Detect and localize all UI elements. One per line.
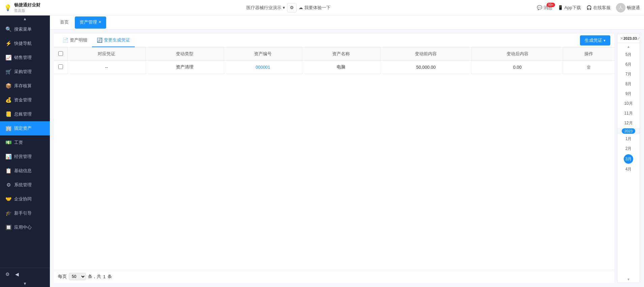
row-after-change-0: 0.00 [472,61,563,74]
sidebar-item-fund[interactable]: 💰 资金管理 [0,93,50,107]
industry-selector[interactable]: 医疗器械行业演示 ▾ [246,5,285,11]
customer-service-btn[interactable]: 🎧 在线客服 [586,5,611,11]
row-asset-code-0: 000001 [224,61,302,74]
sidebar-item-guide[interactable]: 🎓 新手引导 [0,206,50,220]
sidebar-item-ledger[interactable]: 📒 总账管理 [0,107,50,121]
company-name: 畅捷通好业财 [14,2,40,8]
sidebar-label-management: 经营管理 [14,154,32,160]
calendar-month-prev[interactable]: 11月 [617,108,640,118]
sidebar-label-ledger: 总账管理 [14,111,32,117]
row-checkbox-0[interactable] [58,64,63,69]
page-size-select[interactable]: 50 100 200 [69,273,86,280]
tab-asset-management[interactable]: 资产管理 ✕ [75,17,106,29]
main-layout: ▲ 🔍 搜索菜单 ⚡ 快捷导航 📈 销售管理 🛒 采购管理 📦 库存核算 💰 资… [0,15,644,287]
gear-icon: ⚙ [290,5,294,10]
sidebar-item-basic-info[interactable]: 📋 基础信息 [0,164,50,178]
company-name-area: 畅捷通好业财 普及版 [14,2,40,13]
message-icon: 💬 [537,5,542,10]
select-all-checkbox[interactable] [58,51,63,56]
col-asset-code: 资产编号 [224,47,302,61]
change-voucher-icon: 🔄 [97,37,102,43]
sidebar-label-system: 系统管理 [14,182,32,188]
total-unit: 条 [108,274,112,280]
sub-tab-asset-detail[interactable]: 📄 资产明细 [58,34,92,47]
settings-icon-btn[interactable]: ⚙ [287,3,297,12]
calendar-month-prev[interactable]: 8月 [617,79,640,89]
table-row: -- 资产清理 000001 电脑 50,000.00 0.00 🗑 [54,61,614,74]
logo-icon: 💡 [4,4,11,11]
chevron-down-icon: ▾ [283,5,285,10]
calendar-close-btn[interactable]: ✕ [620,36,623,41]
sidebar-item-purchase[interactable]: 🛒 采购管理 [0,65,50,79]
calendar-scroll-up[interactable]: ▲ [617,43,640,50]
calendar-month-current-year[interactable]: 1月 [617,134,640,144]
calendar-month-prev[interactable]: 5月 [617,50,640,60]
sidebar-item-search-menu[interactable]: 🔍 搜索菜单 [0,22,50,36]
sidebar-item-inventory[interactable]: 📦 库存核算 [0,79,50,93]
sidebar-item-app-center[interactable]: 🔲 应用中心 [0,220,50,234]
col-after-change: 变动后内容 [472,47,563,61]
collapse-icon[interactable]: ◀ [15,272,19,277]
calendar-month-prev[interactable]: 6月 [617,60,640,69]
delete-btn-0[interactable]: 🗑 [586,64,591,70]
sidebar-icon-system: ⚙ [5,182,11,188]
row-before-change-0: 50,000.00 [380,61,471,74]
sidebar-label-sales: 销售管理 [14,55,32,61]
calendar-month-prev[interactable]: 7月 [617,69,640,79]
sidebar-item-fixed-assets[interactable]: 🏢 固定资产 [0,121,50,135]
generate-btn-arrow-icon: ▾ [604,38,606,43]
sidebar-item-management[interactable]: 📊 经营管理 [0,150,50,164]
app-download-btn[interactable]: 📱 App下载 [558,5,581,11]
sidebar-scroll-up[interactable]: ▲ [0,15,50,22]
calendar-active-month-inner[interactable]: 3月 [624,154,633,164]
tab-home[interactable]: 首页 [55,17,73,29]
tab-close-icon[interactable]: ✕ [98,20,101,24]
message-btn[interactable]: 💬 消息 99+ [537,5,552,11]
message-badge: 99+ [547,3,555,7]
sidebar-label-fixed-assets: 固定资产 [14,125,32,131]
sidebar-icon-guide: 🎓 [5,210,11,216]
sidebar-item-sales[interactable]: 📈 销售管理 [0,51,50,65]
experience-btn[interactable]: ☁ 我要体验一下 [299,5,331,11]
sidebar-icon-app-center: 🔲 [5,224,11,230]
calendar-scroll-down[interactable]: ▼ [617,276,640,283]
sidebar-icon-management: 📊 [5,154,11,160]
calendar-panel: ✕ 2023.03 ⤢ ▲ 5月6月7月8月9月10月11月12月20231月2… [617,34,640,283]
sub-tab-change-voucher[interactable]: 🔄 变更生成凭证 [92,34,135,47]
sidebar-footer: ⚙ ◀ [0,268,50,280]
sidebar-item-salary[interactable]: 💵 工资 [0,135,50,150]
tab-bar: 首页 资产管理 ✕ [50,15,644,30]
sidebar-label-quick-nav: 快捷导航 [14,40,32,46]
logo-area: 💡 畅捷通好业财 普及版 [4,2,40,13]
calendar-month-current-year[interactable]: 4月 [617,164,640,174]
sidebar-scroll-down[interactable]: ▼ [0,280,50,287]
header-right: 💬 消息 99+ 📱 App下载 🎧 在线客服 人 畅捷通 [537,3,640,12]
sidebar-label-app-center: 应用中心 [14,224,32,230]
sidebar-icon-purchase: 🛒 [5,69,11,75]
sidebar-item-enterprise[interactable]: 🤝 企业协同 [0,192,50,206]
sidebar-icon-quick-nav: ⚡ [5,40,11,46]
calendar-month-prev[interactable]: 9月 [617,89,640,99]
settings-footer-icon[interactable]: ⚙ [5,272,10,277]
row-asset-name-0: 电脑 [302,61,380,74]
generate-voucher-btn[interactable]: 生成凭证 ▾ [580,35,610,45]
tab-home-label: 首页 [60,19,69,25]
row-voucher-0: -- [67,61,146,74]
phone-icon: 📱 [558,5,563,10]
calendar-month-prev[interactable]: 10月 [617,99,640,108]
calendar-month-active[interactable]: 3月 [617,154,640,164]
sidebar-item-quick-nav[interactable]: ⚡ 快捷导航 [0,36,50,51]
col-checkbox [54,47,67,61]
generate-btn-label: 生成凭证 [585,37,602,43]
table-body: -- 资产清理 000001 电脑 50,000.00 0.00 🗑 [54,61,614,74]
sidebar-item-system[interactable]: ⚙ 系统管理 [0,178,50,192]
avatar: 人 [616,3,625,12]
calendar-month-prev[interactable]: 12月 [617,118,640,128]
row-checkbox-cell [54,61,67,74]
calendar-month-current-year[interactable]: 2月 [617,144,640,154]
calendar-expand-btn[interactable]: ⤢ [637,36,640,41]
page-content: 📄 资产明细 🔄 变更生成凭证 生成凭证 ▾ [50,30,644,287]
cloud-icon: ☁ [299,5,303,10]
data-table: 对应凭证 变动类型 资产编号 资产名称 变动前内容 变动后内容 操作 [54,47,614,74]
user-area[interactable]: 人 畅捷通 [616,3,640,12]
